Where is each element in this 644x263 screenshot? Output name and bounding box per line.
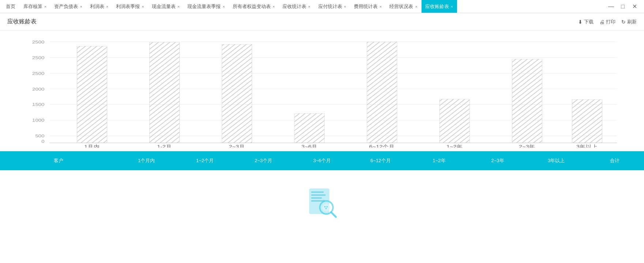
page-title: 应收账龄表 [7,18,37,26]
window-actions: — □ ✕ [606,1,643,12]
col-3-6month: 3~6个月 [293,157,351,164]
tab-expense-stats[interactable]: 费用统计表 × [350,0,386,13]
home-tab-label: 首页 [6,4,15,9]
svg-text:1-2月: 1-2月 [157,144,172,148]
col-6-12month: 6~12个月 [351,157,410,164]
tab-home[interactable]: 首页 [1,3,20,10]
maximize-button[interactable]: □ [618,1,628,12]
tab-operation-label: 经营状况表 [389,3,413,10]
tab-ap-stats-label: 应付统计表 [318,3,342,10]
tab-profit-quarterly-close[interactable]: × [142,4,144,9]
page-header: 应收账龄表 ⬇ 下载 🖨 打印 ↻ 刷新 [0,13,644,31]
svg-text:2500: 2500 [32,55,44,60]
col-1month: 1个月内 [117,157,176,164]
minimize-button[interactable]: — [606,1,616,12]
bar-2-3年 [512,59,542,143]
chart-area: 2500 2500 2500 2000 1500 1000 500 0 [0,31,644,151]
tab-ar-stats[interactable]: 应收统计表 × [279,0,314,13]
svg-text:3~6月: 3~6月 [302,144,318,148]
tab-equity-close[interactable]: × [273,4,275,9]
tab-profit-quarterly[interactable]: 利润表季报 × [112,0,148,13]
svg-point-31 [322,203,331,212]
bar-1月内 [77,46,107,143]
bar-6-12月 [367,42,397,143]
tab-cashflow-close[interactable]: × [177,4,180,9]
svg-point-33 [324,206,326,207]
svg-text:1~2年: 1~2年 [446,144,463,148]
refresh-label: 刷新 [627,19,637,25]
main-content: 2500 2500 2500 2000 1500 1000 500 0 [0,31,644,263]
print-icon: 🖨 [599,19,604,25]
tab-ar-aging[interactable]: 应收账龄表 × [422,0,457,13]
tab-operation-close[interactable]: × [415,4,417,9]
svg-text:1000: 1000 [32,118,44,123]
tab-cashflow-quarterly-label: 现金流量表季报 [187,3,221,10]
svg-point-34 [326,206,328,207]
bar-1-2月 [150,42,180,143]
tab-bar: 首页 库存核算 × 资产负债表 × 利润表 × 利润表季报 × 现金流量表 × … [0,0,644,13]
bar-2-3月 [222,44,252,143]
tab-operation[interactable]: 经营状况表 × [386,0,421,13]
svg-text:500: 500 [35,134,44,138]
svg-line-32 [331,212,336,217]
svg-rect-28 [311,197,322,199]
chart-container: 2500 2500 2500 2000 1500 1000 500 0 [22,38,622,148]
tab-ap-stats[interactable]: 应付统计表 × [315,0,350,13]
svg-text:0: 0 [41,139,44,144]
svg-rect-26 [311,191,324,193]
tab-profit-close[interactable]: × [106,4,108,9]
bar-1-2年 [439,99,469,143]
print-label: 打印 [606,19,615,25]
empty-state [0,170,644,263]
refresh-button[interactable]: ↻ 刷新 [621,19,637,25]
tab-balance-sheet[interactable]: 资产负债表 × [50,0,86,13]
tab-balance-sheet-label: 资产负债表 [54,3,78,10]
svg-text:1月内: 1月内 [84,144,100,148]
svg-text:2500: 2500 [32,40,44,45]
col-1-2month: 1~2个月 [176,157,234,164]
tab-equity[interactable]: 所有者权益变动表 × [229,0,279,13]
col-3plus-year: 3年以上 [527,157,585,164]
tab-expense-stats-close[interactable]: × [379,4,382,9]
svg-text:2500: 2500 [32,71,44,76]
tab-inventory-close[interactable]: × [44,4,46,9]
bar-chart: 2500 2500 2500 2000 1500 1000 500 0 [22,38,622,148]
tab-cashflow-label: 现金流量表 [152,3,176,10]
refresh-icon: ↻ [621,19,626,25]
tab-ar-stats-close[interactable]: × [308,4,310,9]
bar-3-6月 [295,114,325,143]
download-button[interactable]: ⬇ 下载 [578,19,594,25]
col-2-3year: 2~3年 [468,157,527,164]
tab-equity-label: 所有者权益变动表 [233,3,271,10]
tab-ap-stats-close[interactable]: × [344,4,346,9]
page-actions: ⬇ 下载 🖨 打印 ↻ 刷新 [578,19,637,25]
tab-profit-quarterly-label: 利润表季报 [116,3,140,10]
svg-text:2~3年: 2~3年 [519,144,535,148]
tab-cashflow[interactable]: 现金流量表 × [148,0,184,13]
tab-profit[interactable]: 利润表 × [86,0,112,13]
tab-ar-aging-close[interactable]: × [451,4,453,9]
svg-text:6~12个月: 6~12个月 [369,144,395,148]
tab-inventory[interactable]: 库存核算 × [20,0,50,13]
tab-balance-sheet-close[interactable]: × [80,4,82,9]
col-total: 合计 [585,157,644,164]
tab-ar-stats-label: 应收统计表 [282,3,306,10]
close-button[interactable]: ✕ [629,1,640,12]
tab-expense-stats-label: 费用统计表 [354,3,378,10]
svg-text:2~3月: 2~3月 [229,144,245,148]
svg-point-35 [325,208,327,209]
col-1-2year: 1~2年 [410,157,468,164]
tab-profit-label: 利润表 [90,3,104,10]
svg-text:1500: 1500 [32,102,44,107]
tab-cashflow-quarterly[interactable]: 现金流量表季报 × [184,0,229,13]
empty-icon [304,185,340,221]
svg-rect-27 [311,194,326,196]
download-icon: ⬇ [578,19,583,25]
tab-cashflow-quarterly-close[interactable]: × [222,4,225,9]
svg-text:2000: 2000 [32,87,44,91]
tab-inventory-label: 库存核算 [23,3,42,10]
bar-3年以上 [572,99,602,143]
col-customer: 客户 [0,157,117,164]
download-label: 下载 [584,19,594,25]
print-button[interactable]: 🖨 打印 [599,19,615,25]
